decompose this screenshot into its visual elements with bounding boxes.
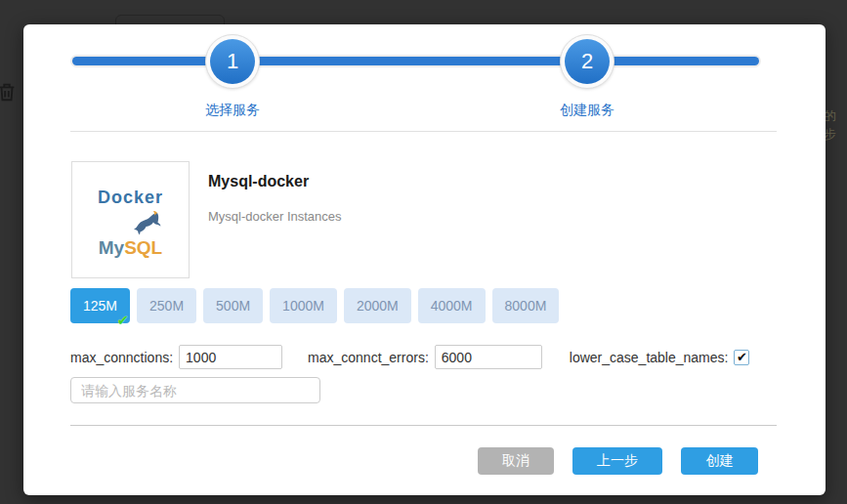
memory-option-250m[interactable]: 250M xyxy=(137,288,196,323)
header-divider xyxy=(70,131,777,132)
service-logo-card: Docker MySQL xyxy=(71,161,190,278)
cancel-button[interactable]: 取消 xyxy=(478,447,554,475)
parameters-row: max_connctions: max_connct_errors: lower… xyxy=(70,345,749,369)
service-title: Mysql-docker xyxy=(208,173,309,190)
max-connections-input[interactable] xyxy=(179,345,282,369)
step-1-circle: 1 xyxy=(210,39,255,84)
max-connections-label: max_connctions: xyxy=(70,350,173,365)
max-connect-errors-input[interactable] xyxy=(435,345,542,369)
step-2-circle: 2 xyxy=(565,39,610,84)
previous-step-button[interactable]: 上一步 xyxy=(572,447,662,475)
page-background: { "background": { "right_text_lines": { … xyxy=(0,0,847,504)
memory-option-8000m[interactable]: 8000M xyxy=(492,288,560,323)
memory-option-125m[interactable]: 125M ✔ xyxy=(70,288,130,323)
memory-option-2000m[interactable]: 2000M xyxy=(344,288,411,323)
trash-icon xyxy=(0,81,18,106)
dialog-footer: 取消 上一步 创建 xyxy=(478,447,758,475)
memory-size-options: 125M ✔ 250M 500M 1000M 2000M 4000M 8000M xyxy=(70,288,559,323)
service-name-input[interactable] xyxy=(70,377,320,403)
mysql-logo-sql: SQL xyxy=(124,237,162,258)
mysql-logo-text: MySQL xyxy=(99,237,162,259)
service-subtitle: Mysql-docker Instances xyxy=(208,209,342,224)
wizard-step-select-service: 1 选择服务 xyxy=(164,34,301,119)
lower-case-table-names-label: lower_case_table_names: xyxy=(570,350,729,365)
memory-option-500m[interactable]: 500M xyxy=(203,288,263,323)
docker-logo-text: Docker xyxy=(98,188,163,208)
background-cut-text: 的 步 xyxy=(824,106,847,144)
step-2-label: 创建服务 xyxy=(519,102,656,119)
lower-case-table-names-checkbox[interactable]: ✔ xyxy=(734,350,749,365)
memory-option-1000m[interactable]: 1000M xyxy=(270,288,337,323)
step-2-ring: 2 xyxy=(560,34,614,89)
selected-check-icon: ✔ xyxy=(116,312,129,329)
max-connect-errors-label: max_connct_errors: xyxy=(308,350,429,365)
mysql-logo-my: My xyxy=(99,237,124,258)
create-button[interactable]: 创建 xyxy=(681,447,758,475)
memory-option-4000m[interactable]: 4000M xyxy=(418,288,486,323)
footer-divider xyxy=(70,425,777,426)
mysql-dolphin-icon xyxy=(128,210,161,239)
wizard-step-create-service: 2 创建服务 xyxy=(519,34,656,119)
step-1-ring: 1 xyxy=(205,34,260,89)
step-1-label: 选择服务 xyxy=(164,102,301,119)
create-service-dialog: 1 选择服务 2 创建服务 Docker MySQL Mysql-docker … xyxy=(23,24,826,495)
